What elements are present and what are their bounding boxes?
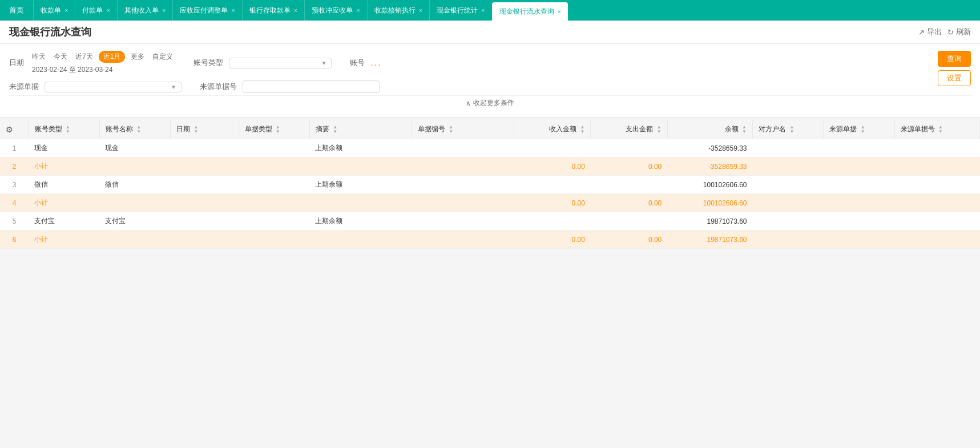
expense-cell: 0.00 — [591, 158, 667, 176]
account-name-cell: 现金 — [99, 139, 170, 158]
sort-icon: ▲▼ — [861, 125, 865, 134]
chevron-down-icon: ▼ — [321, 60, 326, 66]
close-icon[interactable]: × — [231, 7, 235, 14]
expense-cell — [591, 176, 667, 194]
src-doc-num-cell — [894, 212, 979, 231]
data-table: ⚙ 账号类型 ▲▼ 账号名称 ▲▼ 日期 ▲▼ 单据类型 ▲▼ — [0, 120, 980, 249]
account-type-column-header[interactable]: 账号类型 ▲▼ — [29, 120, 99, 139]
filter-area: 日期 昨天 今天 近7天 近1月 更多 自定义 2023-02-24 至 202… — [0, 44, 980, 118]
sort-icon: ▲▼ — [580, 125, 584, 134]
balance-cell: 19871073.60 — [667, 231, 752, 249]
summary-cell — [309, 194, 412, 212]
page-header: 现金银行流水查询 ↗ 导出 ↻ 刷新 — [0, 21, 980, 44]
src-doc-cell — [824, 176, 894, 194]
balance-cell: 100102606.60 — [667, 176, 752, 194]
nav-tab-xianjintongji[interactable]: 现金银行统计 × — [429, 0, 491, 21]
settings-button[interactable]: 设置 — [938, 70, 971, 86]
nav-tab-qitashour[interactable]: 其他收入单 × — [117, 0, 172, 21]
doc-type-cell — [239, 176, 309, 194]
close-icon[interactable]: × — [162, 7, 166, 14]
doc-type-cell — [239, 158, 309, 176]
date-cell — [171, 176, 239, 194]
doc-num-cell — [412, 194, 514, 212]
balance-cell: 19871073.60 — [667, 212, 752, 231]
date-column-header[interactable]: 日期 ▲▼ — [171, 120, 239, 139]
nav-tab-shoukuanxiao[interactable]: 收款核销执行 × — [367, 0, 429, 21]
summary-cell: 上期余额 — [309, 139, 412, 158]
settings-column-header[interactable]: ⚙ — [0, 120, 29, 139]
close-icon[interactable]: × — [64, 7, 68, 14]
account-type-label: 账号类型 — [193, 58, 223, 68]
nav-home[interactable]: 首页 — [0, 0, 33, 21]
src-doc-column-header[interactable]: 来源单据 ▲▼ — [824, 120, 894, 139]
source-doc-select[interactable]: ▼ — [45, 82, 182, 92]
summary-column-header[interactable]: 摘要 ▲▼ — [309, 120, 412, 139]
date-opt-more[interactable]: 更多 — [128, 51, 147, 63]
src-doc-cell — [824, 194, 894, 212]
account-type-cell: 小计 — [29, 231, 99, 249]
account-type-select[interactable]: ▼ — [229, 58, 332, 68]
date-opt-today[interactable]: 今天 — [51, 51, 70, 63]
date-opt-7days[interactable]: 近7天 — [73, 51, 95, 63]
table-row: 2小计0.000.00-3528659.33 — [0, 158, 980, 176]
nav-tab-yushou[interactable]: 预收冲应收单 × — [304, 0, 366, 21]
close-icon[interactable]: × — [558, 8, 561, 15]
row-number: 2 — [0, 158, 29, 176]
account-type-cell: 现金 — [29, 139, 99, 158]
source-doc-label: 来源单据 — [9, 82, 39, 92]
date-opt-1month[interactable]: 近1月 — [99, 51, 126, 63]
balance-column-header[interactable]: 余额 ▲▼ — [667, 120, 752, 139]
date-opt-yesterday[interactable]: 昨天 — [30, 51, 48, 63]
export-button[interactable]: ↗ 导出 — [918, 27, 942, 37]
export-icon: ↗ — [918, 28, 925, 37]
nav-tab-fukuan[interactable]: 付款单 × — [75, 0, 116, 21]
refresh-button[interactable]: ↻ 刷新 — [947, 27, 971, 37]
account-dots[interactable]: ... — [370, 58, 381, 68]
close-icon[interactable]: × — [481, 7, 485, 14]
close-icon[interactable]: × — [419, 7, 422, 14]
summary-cell: 上期余额 — [309, 212, 412, 231]
collapse-bar[interactable]: ∧ 收起更多条件 — [9, 95, 971, 110]
income-cell — [514, 212, 591, 231]
src-doc-num-column-header[interactable]: 来源单据号 ▲▼ — [894, 120, 979, 139]
nav-tab-yinhang[interactable]: 银行存取款单 × — [242, 0, 304, 21]
doc-num-column-header[interactable]: 单据编号 ▲▼ — [412, 120, 514, 139]
close-icon[interactable]: × — [294, 7, 297, 14]
source-doc-num-label: 来源单据号 — [200, 82, 237, 92]
src-doc-num-cell — [894, 158, 979, 176]
src-doc-num-cell — [894, 176, 979, 194]
doc-num-cell — [412, 158, 514, 176]
counterpart-column-header[interactable]: 对方户名 ▲▼ — [753, 120, 824, 139]
source-doc-num-input[interactable] — [243, 80, 380, 93]
income-cell: 0.00 — [514, 158, 591, 176]
row-number: 6 — [0, 231, 29, 249]
doc-type-cell — [239, 139, 309, 158]
nav-tab-xianjinliushui[interactable]: 现金银行流水查询 × — [492, 2, 568, 21]
account-name-column-header[interactable]: 账号名称 ▲▼ — [99, 120, 170, 139]
doc-type-column-header[interactable]: 单据类型 ▲▼ — [239, 120, 309, 139]
close-icon[interactable]: × — [106, 7, 110, 14]
balance-cell: -3528659.33 — [667, 139, 752, 158]
income-column-header[interactable]: 收入金额 ▲▼ — [514, 120, 591, 139]
account-type-cell: 小计 — [29, 194, 99, 212]
account-type-cell: 微信 — [29, 176, 99, 194]
doc-num-cell — [412, 176, 514, 194]
table-row: 4小计0.000.00100102606.60 — [0, 194, 980, 212]
source-doc-filter: 来源单据 ▼ — [9, 82, 182, 92]
nav-tab-yingshouyingfu[interactable]: 应收应付调整单 × — [172, 0, 241, 21]
query-button[interactable]: 查询 — [938, 51, 971, 67]
counterpart-cell — [753, 139, 824, 158]
income-cell: 0.00 — [514, 194, 591, 212]
nav-tab-shoukuan[interactable]: 收款单 × — [33, 0, 75, 21]
src-doc-cell — [824, 212, 894, 231]
account-filter: 账号 ... — [350, 58, 381, 68]
close-icon[interactable]: × — [356, 7, 360, 14]
date-opt-custom[interactable]: 自定义 — [150, 51, 175, 63]
table-header-row: ⚙ 账号类型 ▲▼ 账号名称 ▲▼ 日期 ▲▼ 单据类型 ▲▼ — [0, 120, 980, 139]
balance-cell: -3528659.33 — [667, 158, 752, 176]
expense-cell: 0.00 — [591, 231, 667, 249]
balance-cell: 100102606.60 — [667, 194, 752, 212]
settings-icon[interactable]: ⚙ — [6, 125, 13, 134]
account-name-cell — [99, 194, 170, 212]
expense-column-header[interactable]: 支出金额 ▲▼ — [591, 120, 667, 139]
